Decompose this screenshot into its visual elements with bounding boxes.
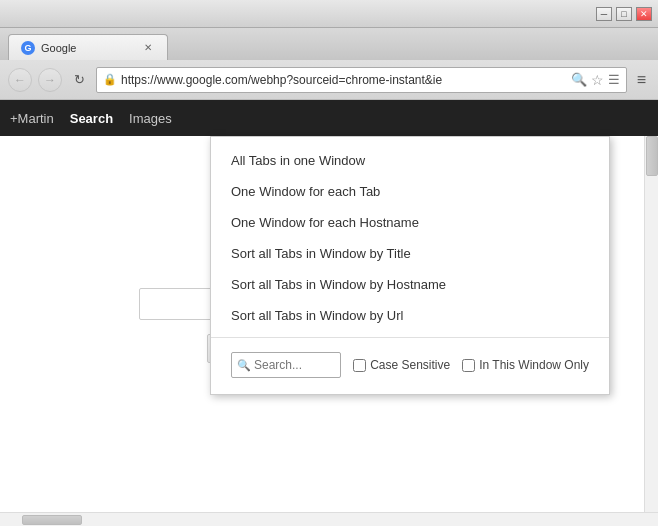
- browser-toolbar: +Martin Search Images: [0, 100, 658, 136]
- search-input-wrapper: 🔍: [231, 352, 341, 378]
- tab-favicon: G: [21, 41, 35, 55]
- content-wrapper: Google Google Search I'm Feeling Luc All…: [0, 136, 658, 512]
- case-sensitive-label[interactable]: Case Sensitive: [353, 358, 450, 372]
- dropdown-divider: [211, 337, 609, 338]
- dropdown-item-one-window-tab[interactable]: One Window for each Tab: [211, 176, 609, 207]
- title-bar: ─ □ ✕: [0, 0, 658, 28]
- in-window-checkbox[interactable]: [462, 359, 475, 372]
- url-bar[interactable]: 🔒 https://www.google.com/webhp?sourceid=…: [96, 67, 627, 93]
- dropdown-item-all-tabs[interactable]: All Tabs in one Window: [211, 145, 609, 176]
- scrollbar-thumb[interactable]: [646, 136, 658, 176]
- case-sensitive-text: Case Sensitive: [370, 358, 450, 372]
- dropdown-item-sort-hostname[interactable]: Sort all Tabs in Window by Hostname: [211, 269, 609, 300]
- dropdown-search-row: 🔍 Case Sensitive In This Window Only: [211, 344, 609, 386]
- maximize-button[interactable]: □: [616, 7, 632, 21]
- secure-icon: 🔒: [103, 73, 117, 86]
- in-window-text: In This Window Only: [479, 358, 589, 372]
- forward-button[interactable]: →: [38, 68, 62, 92]
- dropdown-item-one-window-hostname[interactable]: One Window for each Hostname: [211, 207, 609, 238]
- toolbar-plus-martin[interactable]: +Martin: [10, 111, 54, 126]
- dropdown-item-sort-title[interactable]: Sort all Tabs in Window by Title: [211, 238, 609, 269]
- toolbar-images[interactable]: Images: [129, 111, 172, 126]
- browser-tab[interactable]: G Google ✕: [8, 34, 168, 60]
- horizontal-scrollbar[interactable]: [0, 512, 658, 526]
- tab-title: Google: [41, 42, 135, 54]
- url-search-icon[interactable]: 🔍: [571, 72, 587, 87]
- minimize-button[interactable]: ─: [596, 7, 612, 21]
- dropdown-search-input[interactable]: [231, 352, 341, 378]
- url-star-icon[interactable]: ☆: [591, 72, 604, 88]
- case-sensitive-checkbox[interactable]: [353, 359, 366, 372]
- address-bar: ← → ↻ 🔒 https://www.google.com/webhp?sou…: [0, 60, 658, 100]
- dropdown-item-sort-url[interactable]: Sort all Tabs in Window by Url: [211, 300, 609, 331]
- tab-bar: G Google ✕: [0, 28, 658, 60]
- url-page-icon[interactable]: ☰: [608, 72, 620, 87]
- refresh-button[interactable]: ↻: [68, 69, 90, 91]
- dropdown-menu: All Tabs in one Window One Window for ea…: [210, 136, 610, 395]
- tab-close-button[interactable]: ✕: [141, 41, 155, 55]
- chrome-menu-button[interactable]: ≡: [633, 71, 650, 89]
- back-button[interactable]: ←: [8, 68, 32, 92]
- toolbar-search[interactable]: Search: [70, 111, 113, 126]
- h-scrollbar-thumb[interactable]: [22, 515, 82, 525]
- close-button[interactable]: ✕: [636, 7, 652, 21]
- url-text: https://www.google.com/webhp?sourceid=ch…: [121, 73, 567, 87]
- vertical-scrollbar[interactable]: [644, 136, 658, 512]
- in-window-label[interactable]: In This Window Only: [462, 358, 589, 372]
